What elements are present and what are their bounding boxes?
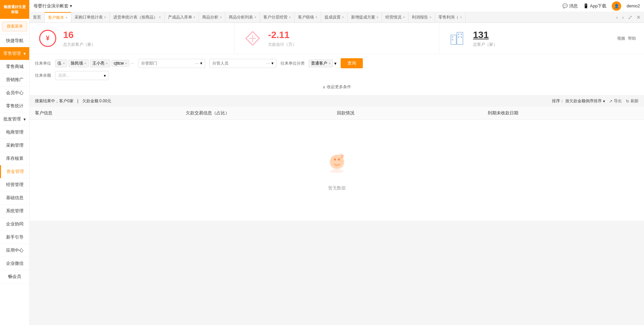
sidebar-item-marketing[interactable]: 营销推广 [0,73,29,86]
balance-filter-label: 往来余额 [35,73,51,78]
svg-rect-12 [461,36,462,38]
sidebar-item-wholesale-mgmt[interactable]: 批发管理 ▾ [0,113,29,126]
svg-point-13 [330,170,344,173]
sidebar-item-vip-member[interactable]: 畅会员 [0,270,29,283]
tab-label: 提成设置 [325,14,341,20]
filter-row-2: 往来余额 选择... ▾ [35,71,639,80]
tab-retail-profit[interactable]: 零售利润（ × [435,12,466,23]
tab-new-promotion[interactable]: 新增提成方案 × [348,12,382,23]
tag-remove-icon[interactable]: × [84,62,86,65]
tab-customer-contact[interactable]: 客户联络 × [295,12,321,23]
sidebar-item-sys[interactable]: 系统管理 [0,205,29,218]
tab-home[interactable]: 首页 [30,12,45,23]
account-selector[interactable]: 母婴行业演示帐套 ▾ [34,3,72,9]
sort-control[interactable]: 排序： 按欠款金额倒序排序 ▾ [552,98,605,104]
person-filter-select[interactable]: 分管人员 ··· ▾ [209,59,276,68]
tab-ops-situation[interactable]: 经营情况 × [382,12,409,23]
table-body: 暂无数据 [30,120,644,221]
sidebar-item-retail-mall[interactable]: 零售商城 [0,60,29,73]
tab-close-icon[interactable]: × [289,15,291,19]
avatar-icon: 👤 [614,4,619,8]
total-customers-label: 总客户（家） [473,42,497,47]
tab-close-icon[interactable]: × [460,15,462,19]
tag-remove-icon[interactable]: × [329,62,331,65]
help-link[interactable]: 帮助 [628,36,636,41]
summary-card-total-debt: -2.11 欠款合计（万） [234,23,439,54]
tab-close-icon[interactable]: × [403,15,405,19]
balance-filter-select[interactable]: 选择... ▾ [55,71,109,80]
table-header-col-3: 回款情况 [337,110,488,116]
sidebar-item-corp-wechat[interactable]: 企业微信 [0,257,29,270]
tab-close-icon[interactable]: × [220,15,222,19]
tab-close-icon[interactable]: × [342,15,344,19]
search-menu-button[interactable]: 搜索菜单 [2,22,27,31]
filter-area: 往来单位 伍 × 陈民强 × 王小亮 × cjttcw [30,54,644,96]
tab-customer-balance[interactable]: 客户账本 × [45,12,71,23]
export-button[interactable]: ↗ 导出 [609,98,622,104]
sidebar-item-purchase[interactable]: 采购管理 [0,139,29,152]
results-actions: 排序： 按欠款金额倒序排序 ▾ ↗ 导出 ↻ 刷新 [552,98,639,104]
tab-close-icon[interactable]: × [377,15,379,19]
tab-label: 新增提成方案 [351,14,375,20]
sidebar-item-new-guide[interactable]: 新手引导 [0,231,29,244]
category-tag-1: 普通客户 × [309,60,333,67]
tab-product-analysis[interactable]: 商品分析 × [199,12,225,23]
tabs-maximize-button[interactable]: ⤢ [627,13,634,21]
topbar: 母婴行业演示帐套 ▾ 💬 消息 📱 App下载 👤 demo2 [30,0,644,12]
tab-customer-segment[interactable]: 客户分层经营 × [260,12,295,23]
tag-remove-icon[interactable]: × [125,62,127,65]
search-result-text: 搜索结果中，客户0家 [35,99,74,103]
tag-remove-icon[interactable]: × [63,62,65,65]
user-avatar[interactable]: 👤 [612,1,621,11]
svg-rect-6 [457,32,463,44]
empty-state-text: 暂无数据 [328,185,346,191]
tab-product-analysis-list[interactable]: 商品分析列表 × [225,12,260,23]
sidebar-item-corp-collab[interactable]: 企业协同 [0,218,29,231]
summary-card-data-debt: -2.11 欠款合计（万） [268,30,296,47]
more-tags-indicator[interactable]: ··· [131,61,134,66]
svg-point-19 [341,155,342,156]
tab-close-icon[interactable]: × [315,15,317,19]
sidebar-item-ecom[interactable]: 电商管理 [0,126,29,139]
tabs-prev-button[interactable]: ‹ [615,14,619,21]
sidebar-item-ops[interactable]: 经营管理 [0,178,29,191]
tag-remove-icon[interactable]: × [106,62,108,65]
unit-filter-label: 往来单位 [35,61,51,66]
tag-text: 普通客户 [311,61,327,66]
message-button[interactable]: 💬 消息 [562,3,578,9]
video-link[interactable]: 视频 [617,36,625,41]
dept-filter-select[interactable]: 分管部门 ··· ▾ [138,59,205,68]
app-download-button[interactable]: 📱 App下载 [583,3,606,9]
tab-close-icon[interactable]: × [159,15,161,19]
empty-state-icon [324,149,350,181]
unit-tag-2: 陈民强 × [69,60,89,67]
tab-inbound-stats[interactable]: 进货单统计表（按商品） × [110,12,165,23]
tabs-close-all-button[interactable]: ✕ [635,13,642,21]
tab-promotion-settings[interactable]: 提成设置 × [321,12,348,23]
tabs-next-button[interactable]: › [621,14,625,21]
query-button[interactable]: 查询 [341,58,363,68]
sidebar-item-retail-stats[interactable]: 零售统计 [0,100,29,113]
tab-close-icon[interactable]: × [429,15,431,19]
sidebar-item-basic-info[interactable]: 基础信息 [0,191,29,205]
tab-purchase-order-stats[interactable]: 采购订单统计表 × [71,12,110,23]
total-debt-icon [243,28,263,48]
sidebar-item-member-center[interactable]: 会员中心 [0,86,29,100]
tab-close-icon[interactable]: × [254,15,256,19]
tab-product-inbound[interactable]: 产成品入库单 × [165,12,199,23]
tab-profit-report[interactable]: 利润报告 × [409,12,435,23]
sidebar-item-app-center[interactable]: 应用中心 [0,244,29,257]
tab-close-icon[interactable]: × [104,15,106,19]
sidebar-item-inventory[interactable]: 库存核算 [0,152,29,165]
sidebar-item-finance[interactable]: 资金管理 [0,165,29,178]
collapse-filter-button[interactable]: ∧ 收起更多条件 [35,83,639,91]
tab-close-icon[interactable]: × [194,15,196,19]
debt-customer-icon: ¥ [38,28,58,48]
refresh-button[interactable]: ↻ 刷新 [626,98,639,104]
message-icon: 💬 [562,3,568,8]
svg-point-20 [342,155,343,156]
sidebar-item-retail-mgmt[interactable]: 零售管理 ▾ [0,47,29,60]
svg-rect-11 [458,36,459,38]
quick-nav-item[interactable]: 快捷导航 [0,34,29,47]
tab-close-icon[interactable]: × [66,16,68,20]
